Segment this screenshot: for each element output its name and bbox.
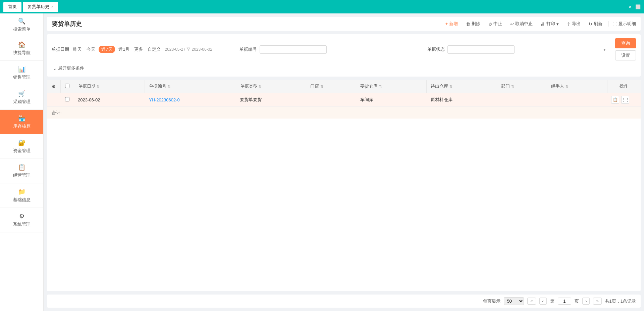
new-button[interactable]: + 新增 [443, 19, 460, 28]
col-req-warehouse-label: 要货仓库 [360, 84, 378, 89]
sidebar-item-purchase-label: 采购管理 [13, 99, 31, 105]
row-actions: 📋 ⋮⋮ [607, 93, 641, 107]
col-order-no-label: 单据编号 [149, 84, 166, 89]
sort-pending-warehouse-icon[interactable]: ⇅ [449, 84, 452, 88]
display-detail-toggle[interactable]: 显示明细 [613, 21, 636, 27]
first-page-button[interactable]: « [527, 298, 536, 305]
settings-button[interactable]: 设置 [615, 50, 636, 60]
page-unit: 页 [575, 298, 579, 304]
row-order-type: 要货单要货 [236, 93, 306, 107]
sort-order-type-icon[interactable]: ⇅ [259, 84, 262, 88]
sidebar-item-inventory[interactable]: 🏪 库存核算 [0, 110, 43, 134]
sidebar-search[interactable]: 🔍 搜索菜单 [0, 13, 43, 36]
sidebar-item-sales[interactable]: 📊 销售管理 [0, 61, 43, 85]
sidebar-item-finance-label: 资金管理 [13, 148, 31, 154]
sidebar-item-purchase[interactable]: 🛒 采购管理 [0, 85, 43, 110]
sidebar-item-system[interactable]: ⚙ 系统管理 [0, 208, 43, 232]
settings-icon-btn[interactable]: ⚙ [52, 84, 56, 89]
col-check [60, 80, 74, 93]
row-settings [47, 93, 60, 107]
shortcut-today[interactable]: 今天 [85, 46, 97, 53]
shortcut-custom[interactable]: 自定义 [146, 46, 162, 53]
table-container: ⚙ 单据日期 ⇅ 单据编号 ⇅ [47, 80, 641, 291]
next-page-button[interactable]: › [582, 298, 590, 305]
sort-date-icon[interactable]: ⇅ [97, 84, 100, 88]
row-edit-button[interactable]: 📋 [611, 96, 619, 104]
row-date: 2023-06-02 [74, 93, 145, 107]
tab-home-label: 首页 [8, 4, 17, 10]
col-store: 门店 ⇅ [306, 80, 356, 93]
delete-button[interactable]: 🗑 删除 [464, 19, 482, 28]
date-filter-label: 单据日期 [52, 46, 69, 52]
quick-nav-icon: 🏠 [18, 41, 25, 48]
header-row: ⚙ 单据日期 ⇅ 单据编号 ⇅ [47, 80, 641, 93]
col-settings[interactable]: ⚙ [47, 80, 60, 93]
main-layout: 🔍 搜索菜单 🏠 快捷导航 📊 销售管理 🛒 采购管理 🏪 库存核算 🔐 资金管… [0, 13, 644, 311]
print-button[interactable]: 🖨 打印 ▾ [539, 19, 561, 28]
filter-actions: 查询 设置 [615, 38, 636, 60]
row-action-buttons: 📋 ⋮⋮ [611, 96, 637, 104]
cancel-stop-button[interactable]: ↩ 取消中止 [508, 19, 535, 28]
tab-close-icon[interactable]: × [51, 5, 53, 9]
tab-purchase-history[interactable]: 要货单历史 × [23, 2, 58, 12]
tab-home[interactable]: 首页 [3, 2, 21, 12]
shortcut-more[interactable]: 更多 [133, 46, 144, 53]
refresh-icon: ↻ [589, 21, 592, 27]
sort-handler-icon[interactable]: ⇅ [566, 84, 569, 88]
col-department: 部门 ⇅ [497, 80, 547, 93]
page-label: 第 [550, 298, 554, 304]
display-detail-checkbox[interactable] [613, 22, 617, 26]
sidebar-item-operations-label: 经营管理 [13, 172, 31, 178]
query-button[interactable]: 查询 [615, 38, 636, 48]
col-handler-label: 经手人 [551, 84, 564, 89]
page-input[interactable] [558, 298, 571, 305]
col-actions: 操作 [607, 80, 641, 93]
row-store [306, 93, 356, 107]
sidebar-item-quick-nav-label: 快捷导航 [13, 50, 31, 56]
row-order-type-value: 要货单要货 [240, 97, 262, 102]
sort-department-icon[interactable]: ⇅ [511, 84, 514, 88]
export-icon: ⇪ [567, 21, 571, 27]
refresh-button[interactable]: ↻ 刷新 [587, 19, 604, 28]
table-body: 2023-06-02 YH-20230602-0 要货单要货 车间库 [47, 93, 641, 107]
shortcut-last7days[interactable]: 近7天 [99, 46, 115, 53]
shortcut-last1month[interactable]: 近1月 [117, 46, 131, 53]
sort-req-warehouse-icon[interactable]: ⇅ [379, 84, 382, 88]
date-filter-group: 单据日期 昨天 今天 近7天 近1月 更多 自定义 2023-05-27 至 2… [52, 46, 233, 53]
per-page-select[interactable]: 50 100 200 [504, 297, 524, 305]
date-shortcuts: 昨天 今天 近7天 近1月 更多 自定义 [72, 46, 162, 53]
row-order-no-link[interactable]: YH-20230602-0 [149, 97, 180, 102]
sidebar-item-operations[interactable]: 📋 经营管理 [0, 159, 43, 183]
pagination: 每页显示 50 100 200 « ‹ 第 页 › » 共1页，1条记录 [47, 295, 641, 308]
stop-button[interactable]: ⊘ 中止 [486, 19, 504, 28]
expand-more-btn[interactable]: ⌄ 展开更多条件 [52, 64, 86, 73]
print-chevron-icon: ▾ [556, 21, 559, 27]
delete-btn-label: 删除 [472, 21, 480, 27]
window-close-icon[interactable]: ✕ [628, 4, 632, 9]
status-select[interactable] [447, 45, 515, 54]
window-max-icon[interactable]: ⬜ [635, 4, 641, 9]
sort-store-icon[interactable]: ⇅ [320, 84, 323, 88]
toolbar: + 新增 🗑 删除 ⊘ 中止 ↩ 取消中止 🖨 打印 ▾ [443, 19, 636, 28]
page-title: 要货单历史 [52, 20, 82, 28]
sales-icon: 📊 [18, 65, 25, 73]
page-title-bar: 要货单历史 + 新增 🗑 删除 ⊘ 中止 ↩ 取消中止 🖨 [47, 17, 641, 31]
last-page-button[interactable]: » [593, 298, 601, 305]
sidebar-item-quick-nav[interactable]: 🏠 快捷导航 [0, 36, 43, 61]
date-range-display: 2023-05-27 至 2023-06-02 [165, 47, 212, 52]
col-pending-warehouse: 待出仓库 ⇅ [427, 80, 497, 93]
row-req-warehouse: 车间库 [356, 93, 427, 107]
row-order-no: YH-20230602-0 [145, 93, 236, 107]
select-all-checkbox[interactable] [65, 84, 69, 88]
order-no-filter-group: 单据编号 [239, 45, 421, 54]
row-more-button[interactable]: ⋮⋮ [621, 96, 629, 104]
order-no-input[interactable] [260, 45, 327, 54]
sort-order-no-icon[interactable]: ⇅ [168, 84, 171, 88]
row-checkbox[interactable] [65, 97, 69, 101]
sidebar-item-system-label: 系统管理 [13, 221, 31, 227]
export-button[interactable]: ⇪ 导出 [565, 19, 583, 28]
prev-page-button[interactable]: ‹ [539, 298, 547, 305]
sidebar-item-finance[interactable]: 🔐 资金管理 [0, 134, 43, 159]
shortcut-yesterday[interactable]: 昨天 [72, 46, 83, 53]
sidebar-item-basic-info[interactable]: 📁 基础信息 [0, 183, 43, 208]
